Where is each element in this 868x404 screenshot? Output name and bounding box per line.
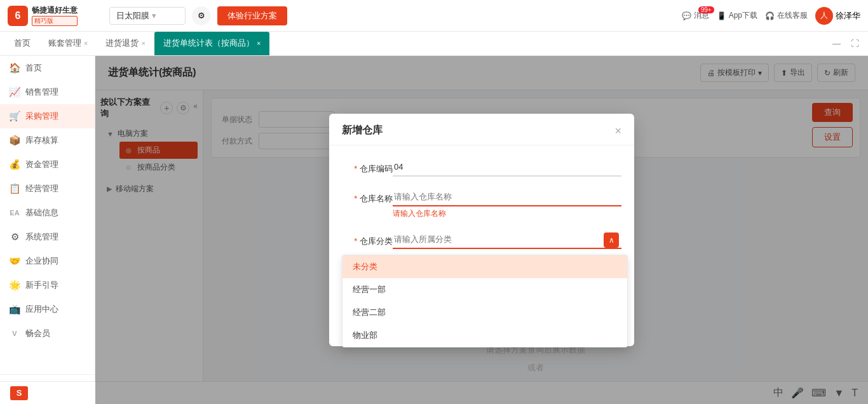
required-star: * [354, 164, 357, 173]
dropdown-item-dept3[interactable]: 物业部 [342, 324, 627, 347]
sidebar-item-system[interactable]: ⚙ 系统管理 [0, 225, 95, 249]
sidebar: 🏠 首页 📈 销售管理 🛒 采购管理 📦 库存核算 💰 资金管理 📋 经营管理 … [0, 56, 95, 404]
field-name-wrap: 请输入仓库名称 [393, 188, 621, 219]
tab-controls: — ⛶ [829, 32, 863, 55]
sidebar-item-apps[interactable]: 📺 应用中心 [0, 297, 95, 321]
basics-icon: EA [9, 207, 20, 219]
tab-purchase-stats[interactable]: 进货单统计表（按商品） × [154, 32, 269, 55]
system-icon: ⚙ [9, 231, 20, 243]
dropdown-item-dept2[interactable]: 经营二部 [342, 301, 627, 324]
name-error-msg: 请输入仓库名称 [393, 208, 621, 219]
modal-body: * 仓库编码 * 仓库名称 [329, 145, 634, 307]
finance-icon: 💰 [9, 159, 20, 170]
tab-bar: 首页 账套管理 × 进货退货 × 进货单统计表（按商品） × — ⛶ [0, 32, 868, 56]
sidebar-item-basics[interactable]: EA 基础信息 [0, 201, 95, 225]
tab-account[interactable]: 账套管理 × [39, 32, 97, 55]
category-dropdown-list: 未分类 经营一部 经营二部 物业部 [342, 255, 628, 347]
modal-overlay: 新增仓库 × * 仓库编码 [95, 56, 868, 404]
header-actions: 💬 消息 99+ 📱 App下载 🎧 在线客服 人 徐泽华 [682, 7, 860, 25]
required-star-3: * [354, 236, 357, 246]
online-service-button[interactable]: 🎧 在线客服 [765, 10, 808, 21]
field-code-wrap [393, 158, 621, 177]
tab-home[interactable]: 首页 [5, 32, 39, 55]
app-icon: 📱 [717, 11, 726, 20]
newbie-icon: 🌟 [9, 279, 20, 291]
field-category-wrap: ∧ 未分类 经营一部 经营二部 物业部 [393, 231, 621, 249]
field-name: * 仓库名称 请输入仓库名称 [342, 188, 621, 219]
warehouse-code-input[interactable] [393, 158, 621, 177]
sales-icon: 📈 [9, 86, 20, 98]
dropdown-arrow-button[interactable]: ∧ [604, 232, 619, 248]
logo-icon: 6 [8, 6, 28, 26]
dropdown-item-uncategorized[interactable]: 未分类 [342, 255, 627, 278]
modal-close-button[interactable]: × [614, 125, 621, 137]
member-icon: V [9, 328, 20, 339]
sidebar-item-sales[interactable]: 📈 销售管理 [0, 80, 95, 104]
sidebar-item-operations[interactable]: 📋 经营管理 [0, 177, 95, 201]
trial-button[interactable]: 体验行业方案 [217, 6, 287, 25]
operations-icon: 📋 [9, 183, 20, 194]
messages-button[interactable]: 💬 消息 99+ [682, 10, 709, 21]
tab-close-purchase-return[interactable]: × [141, 39, 145, 47]
home-icon: 🏠 [9, 62, 20, 74]
statusbar-logo: S [10, 386, 28, 400]
headset-icon: 🎧 [765, 11, 775, 20]
gear-button[interactable]: ⚙ [192, 6, 211, 25]
sidebar-item-home[interactable]: 🏠 首页 [0, 56, 95, 80]
logo-text: 畅捷通好生意 精巧版 [32, 5, 78, 26]
apps-icon: 📺 [9, 304, 20, 315]
modal-header: 新增仓库 × [329, 114, 634, 145]
new-warehouse-modal: 新增仓库 × * 仓库编码 [329, 114, 634, 346]
tab-minimize-button[interactable]: — [829, 36, 844, 51]
user-area[interactable]: 人 徐泽华 [815, 7, 860, 25]
content-area: 进货单统计(按商品) 🖨 按模板打印 ▾ ⬆ 导出 ↻ 刷新 [95, 56, 868, 404]
chevron-down-icon: ▾ [152, 11, 156, 20]
sidebar-item-inventory[interactable]: 📦 库存核算 [0, 128, 95, 152]
sidebar-item-finance[interactable]: 💰 资金管理 [0, 152, 95, 177]
message-icon: 💬 [682, 11, 691, 20]
sidebar-item-newbie[interactable]: 🌟 新手引导 [0, 273, 95, 297]
required-star-2: * [354, 194, 357, 203]
tab-close-purchase-stats[interactable]: × [257, 39, 261, 47]
tab-close-account[interactable]: × [84, 39, 88, 47]
dropdown-item-dept1[interactable]: 经营一部 [342, 278, 627, 301]
field-category: * 仓库分类 ∧ 未分类 经营一部 经营二部 物业部 [342, 231, 621, 249]
tab-purchase-return[interactable]: 进货退货 × [97, 32, 154, 55]
sidebar-item-member[interactable]: V 畅会员 [0, 321, 95, 346]
sidebar-item-enterprise[interactable]: 🤝 企业协同 [0, 249, 95, 273]
purchase-icon: 🛒 [9, 111, 20, 122]
field-name-label: * 仓库名称 [342, 188, 393, 205]
modal-title: 新增仓库 [342, 124, 383, 137]
s-logo: S [10, 386, 28, 400]
main-layout: 🏠 首页 📈 销售管理 🛒 采购管理 📦 库存核算 💰 资金管理 📋 经营管理 … [0, 56, 868, 404]
top-header: 6 畅捷通好生意 精巧版 日太阳膜 ▾ ⚙ 体验行业方案 💬 消息 99+ 📱 … [0, 0, 868, 32]
sidebar-item-purchase[interactable]: 🛒 采购管理 [0, 104, 95, 128]
field-category-label: * 仓库分类 [342, 231, 393, 247]
inventory-icon: 📦 [9, 135, 20, 146]
app-download-button[interactable]: 📱 App下载 [717, 10, 757, 21]
logo-area: 6 畅捷通好生意 精巧版 [8, 5, 103, 26]
store-selector[interactable]: 日太阳膜 ▾ [109, 7, 186, 25]
enterprise-icon: 🤝 [9, 255, 20, 267]
field-code: * 仓库编码 [342, 158, 621, 177]
warehouse-name-input[interactable] [393, 188, 621, 206]
avatar: 人 [815, 7, 833, 25]
tab-maximize-button[interactable]: ⛶ [847, 36, 863, 51]
warehouse-category-input[interactable] [393, 231, 621, 249]
field-code-label: * 仓库编码 [342, 158, 393, 175]
